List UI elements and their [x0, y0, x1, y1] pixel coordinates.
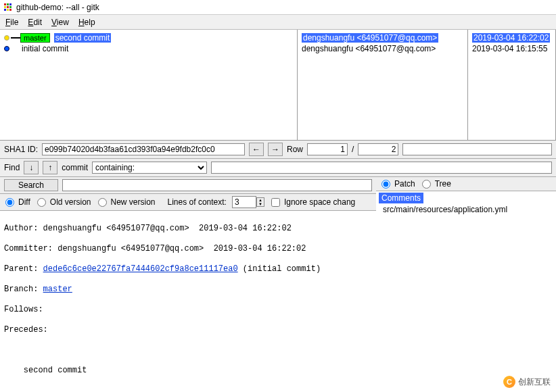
- branch-link[interactable]: master: [43, 285, 72, 294]
- sha-toolbar: SHA1 ID: ← → Row /: [0, 141, 556, 159]
- titlebar: github-demo: --all - gitk: [0, 0, 556, 15]
- radio-patch[interactable]: Patch: [380, 179, 415, 189]
- diff-view[interactable]: Author: dengshuangfu <64951077@qq.com> 2…: [0, 211, 376, 392]
- commit-author: dengshuangfu <64951077@qq.com>: [302, 33, 438, 43]
- commit-author: dengshuangfu <64951077@qq.com>: [302, 44, 436, 53]
- graph-line: [11, 37, 20, 39]
- radio-new-version[interactable]: New version: [97, 197, 156, 207]
- find-next-button[interactable]: ↓: [24, 161, 39, 174]
- ignore-space-checkbox[interactable]: Ignore space chang: [270, 197, 355, 207]
- watermark: C 创新互联: [503, 376, 551, 388]
- menu-file[interactable]: File: [5, 18, 18, 27]
- diff-commit-msg: second commit: [4, 366, 372, 376]
- radio-diff[interactable]: Diff: [4, 197, 30, 207]
- search-toolbar: Search: [0, 177, 376, 194]
- diff-precedes: Precedes:: [4, 325, 372, 335]
- sha-input[interactable]: [42, 143, 245, 155]
- menubar: File Edit View Help: [0, 15, 556, 30]
- back-button[interactable]: ←: [249, 143, 264, 156]
- file-view-options: Patch Tree: [376, 177, 556, 191]
- author-pane[interactable]: dengshuangfu <64951077@qq.com> dengshuan…: [298, 30, 468, 140]
- spinner-down-icon[interactable]: ▼: [257, 202, 264, 206]
- history-panes: master second commit initial commit deng…: [0, 30, 556, 141]
- gitk-app-icon: [4, 3, 12, 11]
- commit-date: 2019-03-04 16:15:55: [472, 44, 547, 53]
- comments-header[interactable]: Comments: [379, 193, 423, 203]
- find-prev-button[interactable]: ↑: [43, 161, 57, 174]
- commit-graph-pane[interactable]: master second commit initial commit: [0, 30, 298, 140]
- commit-dot-icon: [4, 35, 9, 41]
- file-list-container: Comments src/main/resources/application.…: [376, 191, 556, 217]
- row-total-input[interactable]: [358, 143, 398, 155]
- commit-date: 2019-03-04 16:22:02: [472, 33, 550, 43]
- extra-field[interactable]: [402, 143, 552, 155]
- file-pane: Patch Tree Comments src/main/resources/a…: [376, 177, 556, 392]
- commit-message: initial commit: [22, 44, 68, 53]
- diff-committer-line: Committer: dengshuangfu <64951077@qq.com…: [4, 244, 372, 254]
- menu-help[interactable]: Help: [78, 18, 95, 27]
- diff-parent-line: Parent: dede6c6ce0e22767fa7444602cf9a8ce…: [4, 264, 372, 274]
- lines-context-input[interactable]: [232, 196, 256, 208]
- commit-row[interactable]: master second commit: [4, 32, 293, 43]
- menu-view[interactable]: View: [51, 18, 69, 27]
- find-match-select[interactable]: containing:: [92, 162, 207, 174]
- lines-context-spinner[interactable]: ▲▼: [232, 196, 264, 208]
- search-input[interactable]: [62, 179, 372, 191]
- menu-edit[interactable]: Edit: [28, 18, 42, 27]
- diff-options-row: Diff Old version New version Lines of co…: [0, 194, 376, 211]
- parent-sha-link[interactable]: dede6c6ce0e22767fa7444602cf9a8ce11117ea0: [43, 264, 238, 274]
- commit-dot-icon: [4, 46, 9, 51]
- diff-author-line: Author: dengshuangfu <64951077@qq.com> 2…: [4, 224, 372, 234]
- sha-label: SHA1 ID:: [4, 145, 38, 154]
- diff-branch-line: Branch: master: [4, 285, 372, 295]
- branch-tag: master: [20, 33, 50, 43]
- row-current-input[interactable]: [307, 143, 348, 155]
- diff-follows: Follows:: [4, 305, 372, 315]
- commit-row[interactable]: initial commit: [4, 43, 293, 54]
- find-toolbar: Find ↓ ↑ commit containing:: [0, 159, 556, 177]
- find-query-input[interactable]: [211, 162, 552, 174]
- watermark-text: 创新互联: [518, 376, 551, 388]
- search-button[interactable]: Search: [4, 179, 58, 191]
- forward-button[interactable]: →: [268, 143, 283, 156]
- window-title: github-demo: --all - gitk: [16, 3, 99, 12]
- find-label: Find: [4, 163, 20, 172]
- watermark-icon: C: [503, 376, 515, 388]
- date-pane[interactable]: 2019-03-04 16:22:02 2019-03-04 16:15:55: [468, 30, 556, 140]
- find-mode-label: commit: [62, 163, 88, 172]
- radio-tree[interactable]: Tree: [421, 179, 451, 189]
- lines-context-label: Lines of context:: [168, 197, 227, 207]
- commit-message: second commit: [54, 33, 112, 43]
- row-separator: /: [352, 145, 354, 154]
- row-label: Row: [287, 145, 303, 154]
- radio-old-version[interactable]: Old version: [36, 197, 91, 207]
- file-list-item[interactable]: src/main/resources/application.yml: [379, 203, 553, 216]
